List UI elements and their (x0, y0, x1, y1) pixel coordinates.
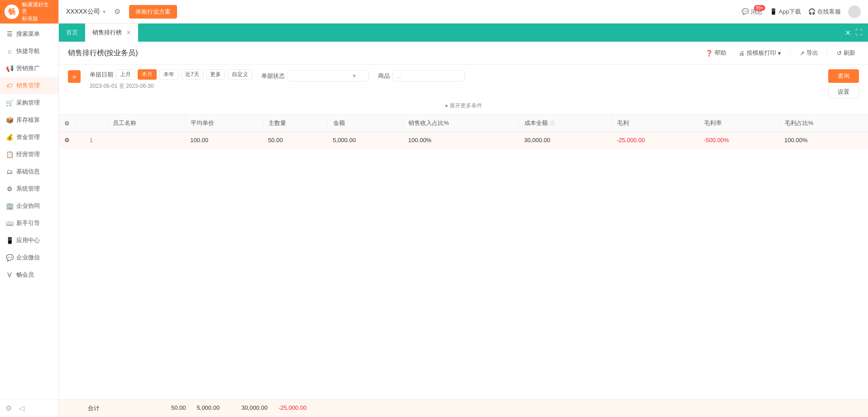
tab-sales-rank[interactable]: 销售排行榜 ✕ (85, 24, 138, 42)
filter-expand-icon[interactable]: » (68, 70, 81, 83)
sidebar-item-label: 销售管理 (16, 81, 40, 90)
col-settings[interactable]: ⚙ (59, 115, 76, 132)
header-settings-icon[interactable]: ⚙ (111, 5, 124, 18)
settings-icon[interactable]: ⚙ (5, 404, 12, 412)
chevron-down-icon: ▾ (103, 9, 106, 15)
date-buttons: 上月 本月 本年 近7天 更多 自定义 (116, 69, 252, 80)
search-icon: ☰ (5, 30, 14, 38)
col-amount: 金额 (327, 115, 403, 132)
tab-close-all-icon[interactable]: ✕ (845, 29, 851, 37)
export-button[interactable]: ↗ 导出 (796, 47, 822, 59)
online-support-item[interactable]: 🎧 在线客服 (808, 8, 841, 16)
tab-maximize-icon[interactable]: ⛶ (855, 29, 863, 37)
query-button[interactable]: 查询 (828, 69, 859, 83)
app-download-item[interactable]: 📱 App下载 (770, 8, 801, 16)
sidebar-item-label: 库存核算 (16, 116, 40, 124)
sidebar-item-search[interactable]: ☰搜索菜单 (0, 25, 58, 43)
col-cost: 成本全额 ⓘ (518, 115, 611, 132)
support-icon: 🎧 (808, 8, 815, 15)
sidebar-item-enterprise[interactable]: 🏢企业协同 (0, 197, 58, 215)
goods-input[interactable]: ... (393, 70, 465, 81)
company-selector[interactable]: XXXXX公司 ▾ (66, 8, 106, 16)
sidebar-item-label: 采购管理 (16, 99, 40, 107)
tab-home[interactable]: 首页 (59, 24, 85, 42)
refresh-button[interactable]: ↺ 刷新 (833, 47, 859, 59)
sidebar-item-sales[interactable]: 🏷销售管理 (0, 77, 58, 94)
operations-icon: 📋 (5, 150, 14, 158)
expand-more-button[interactable]: ▾ 展开更多条件 (445, 102, 482, 110)
row-settings[interactable]: ⚙ (59, 132, 76, 149)
status-chevron-icon: ▾ (353, 72, 356, 79)
settings-button[interactable]: 设置 (828, 86, 859, 98)
sidebar-item-quick-nav[interactable]: ⌂快捷导航 (0, 43, 58, 60)
sidebar-item-label: 企业协同 (16, 202, 40, 210)
footer-cost: 30,000.00 (236, 404, 273, 412)
sidebar-item-wechat[interactable]: 💬企业微信 (0, 249, 58, 266)
date-btn-this-year[interactable]: 本年 (159, 69, 178, 80)
col-avg-price: 平均单价 (185, 115, 263, 132)
sidebar-item-member[interactable]: V畅会员 (0, 266, 58, 283)
row-gross-pct: 100.00% (779, 132, 868, 149)
sidebar-item-label: 新手引导 (16, 219, 40, 227)
date-range: 2023-06-01 至 2023-06-30 (90, 82, 252, 90)
logo-icon: 畅 (5, 5, 19, 19)
date-btn-custom[interactable]: 自定义 (228, 69, 252, 80)
col-gross-rate: 毛利率 (698, 115, 779, 132)
footer-sales-pct (225, 404, 236, 412)
sidebar-item-marketing[interactable]: 📢营销推广 (0, 60, 58, 77)
help-icon: ❓ (705, 50, 713, 57)
date-btn-last-month[interactable]: 上月 (116, 69, 135, 80)
sidebar-logo: 畅 畅康通好生意 标准版 (0, 0, 58, 24)
expand-row: ▾ 展开更多条件 (68, 102, 859, 110)
sidebar: 畅 畅康通好生意 标准版 ☰搜索菜单⌂快捷导航📢营销推广🏷销售管理🛒采购管理📦库… (0, 0, 59, 417)
filter-date-group: 单据日期 上月 本月 本年 近7天 更多 自定义 2023-06-01 至 20… (90, 69, 252, 90)
quick-nav-icon: ⌂ (5, 47, 14, 55)
finance-icon: 💰 (5, 133, 14, 141)
marketing-icon: 📢 (5, 64, 14, 72)
export-icon: ↗ (800, 50, 805, 57)
help-button[interactable]: ❓ 帮助 (702, 47, 730, 59)
status-select[interactable]: ▾ (288, 70, 369, 81)
table-container: ⚙ 员工名称 平均单价 主数量 金额 销售收入占比% 成本全额 ⓘ 毛利 毛利率… (59, 115, 868, 399)
sidebar-item-system[interactable]: ⚙系统管理 (0, 180, 58, 197)
col-emp-name: 员工名称 (107, 115, 185, 132)
print-button[interactable]: 🖨 按模板打印 ▾ (735, 47, 785, 59)
collapse-icon[interactable]: ◁ (19, 404, 24, 412)
sidebar-item-label: 快捷导航 (16, 47, 40, 55)
divider2 (827, 49, 828, 57)
sidebar-item-app-center[interactable]: 📱应用中心 (0, 232, 58, 249)
top-header: XXXXX公司 ▾ ⚙ 体验行业方案 💬 消息 99+ 📱 App下载 🎧 在线… (59, 0, 868, 24)
sidebar-item-finance[interactable]: 💰资金管理 (0, 129, 58, 146)
sales-rank-table: ⚙ 员工名称 平均单价 主数量 金额 销售收入占比% 成本全额 ⓘ 毛利 毛利率… (59, 115, 868, 149)
sidebar-item-inventory[interactable]: 📦库存核算 (0, 111, 58, 129)
trial-button[interactable]: 体验行业方案 (129, 5, 177, 19)
sidebar-bottom: ⚙ ◁ (0, 399, 58, 417)
row-gross-rate: -500.00% (698, 132, 779, 149)
sidebar-item-operations[interactable]: 📋经营管理 (0, 146, 58, 163)
col-gross: 毛利 (611, 115, 698, 132)
date-btn-7days[interactable]: 近7天 (181, 69, 203, 80)
expand-down-icon: ▾ (445, 103, 448, 109)
company-name: XXXXX公司 (66, 8, 100, 16)
app-icon: 📱 (770, 8, 777, 15)
message-item[interactable]: 💬 消息 99+ (742, 8, 762, 16)
table-row[interactable]: ⚙ 1 100.00 50.00 5,000.00 100.00% 30,000… (59, 132, 868, 149)
page-content: 销售排行榜(按业务员) ❓ 帮助 🖨 按模板打印 ▾ ↗ 导出 (59, 42, 868, 417)
sidebar-item-label: 应用中心 (16, 236, 40, 244)
sidebar-item-guide[interactable]: 📖新手引导 (0, 215, 58, 232)
footer-amount: 5,000.00 (192, 404, 225, 412)
user-avatar[interactable] (848, 5, 861, 18)
member-icon: V (5, 271, 14, 279)
sidebar-item-purchase[interactable]: 🛒采购管理 (0, 94, 58, 111)
date-btn-more[interactable]: 更多 (206, 69, 225, 80)
footer-avg-price (155, 404, 166, 412)
message-icon: 💬 (742, 8, 749, 15)
sidebar-item-label: 基础信息 (16, 168, 40, 176)
app-center-icon: 📱 (5, 236, 14, 244)
tab-close-icon[interactable]: ✕ (126, 29, 131, 36)
row-avg-price: 100.00 (185, 132, 263, 149)
sidebar-item-basic[interactable]: 🗂基础信息 (0, 163, 58, 180)
date-btn-this-month[interactable]: 本月 (138, 69, 157, 80)
page-actions: ❓ 帮助 🖨 按模板打印 ▾ ↗ 导出 ↺ 刷新 (702, 47, 859, 59)
header-right: 💬 消息 99+ 📱 App下载 🎧 在线客服 (742, 5, 861, 18)
